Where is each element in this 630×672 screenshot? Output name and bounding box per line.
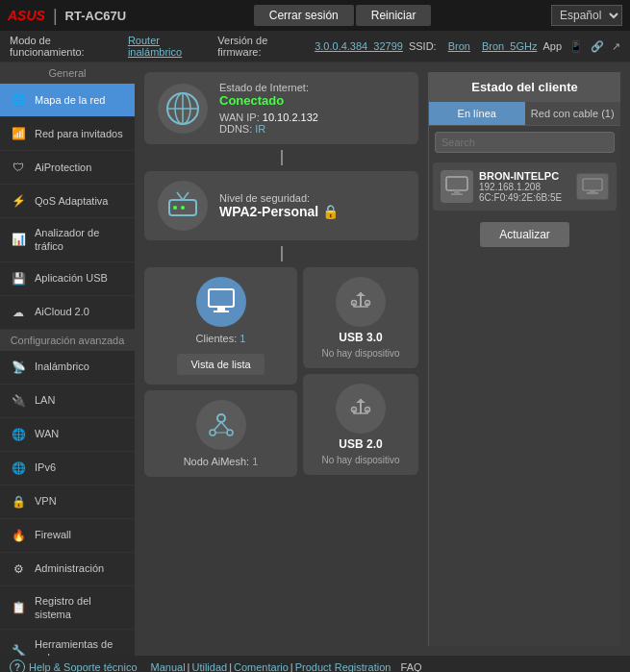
sidebar-item-traffic-analyzer[interactable]: 📊 Analizador de tráfico xyxy=(0,218,135,262)
sidebar-label-syslog: Registro del sistema xyxy=(35,594,125,622)
ddns-label: DDNS: xyxy=(219,123,252,135)
sidebar-label-traffic-analyzer: Analizador de tráfico xyxy=(35,226,125,254)
language-select[interactable]: Español xyxy=(551,5,622,26)
sidebar-item-aicloud[interactable]: ☁ AiCloud 2.0 xyxy=(0,296,135,330)
aimesh-count[interactable]: 1 xyxy=(252,456,258,467)
wan-ip-value: 10.10.2.132 xyxy=(263,112,318,123)
svg-rect-25 xyxy=(583,179,602,190)
sidebar: General 🌐 Mapa de la red 📶 Red para invi… xyxy=(0,62,135,656)
sidebar-item-network-map[interactable]: 🌐 Mapa de la red xyxy=(0,84,135,117)
security-label: Nivel de seguridad: xyxy=(219,192,339,204)
tab-online[interactable]: En línea xyxy=(429,102,525,125)
update-button[interactable]: Actualizar xyxy=(480,222,569,247)
client-panel-title: Estado del cliente xyxy=(429,72,620,102)
clients-icon-circle xyxy=(196,277,246,327)
sidebar-item-usb-app[interactable]: 💾 Aplicación USB xyxy=(0,262,135,296)
svg-point-12 xyxy=(217,414,225,422)
globe-svg xyxy=(164,89,202,128)
sidebar-item-admin[interactable]: ⚙ Administración xyxy=(0,553,135,586)
svg-point-6 xyxy=(181,206,185,210)
sidebar-item-wireless[interactable]: 📡 Inalámbrico xyxy=(0,351,135,385)
client-panel: Estado del cliente En línea Red con cabl… xyxy=(428,72,620,646)
sidebar-label-wan: WAN xyxy=(35,427,59,440)
search-input[interactable] xyxy=(435,132,615,153)
sidebar-item-qos[interactable]: ⚡ QoS Adaptativa xyxy=(0,185,135,218)
ssid-2g[interactable]: Bron xyxy=(448,40,470,52)
usb-column: USB 3.0 No hay dispositivo xyxy=(303,267,418,477)
wan-ip-label: WAN IP: xyxy=(219,112,260,123)
diagram-area: Estado de Internet: Conectado WAN IP: 10… xyxy=(144,72,418,646)
ddns-value[interactable]: IR xyxy=(255,123,265,135)
logo: ASUS | RT-AC67U xyxy=(8,6,126,26)
ssid-label: SSID: xyxy=(409,40,437,52)
sidebar-item-vpn[interactable]: 🔒 VPN xyxy=(0,485,135,519)
sidebar-item-tools[interactable]: 🔧 Herramientas de red xyxy=(0,630,135,656)
sidebar-item-ipv6[interactable]: 🌐 IPv6 xyxy=(0,452,135,485)
sidebar-item-guest-network[interactable]: 📶 Red para invitados xyxy=(0,117,135,151)
wan-icon: 🌐 xyxy=(10,426,27,443)
usb2-label: USB 2.0 xyxy=(339,437,382,451)
guest-network-icon: 📶 xyxy=(10,125,27,142)
svg-rect-23 xyxy=(454,190,460,193)
sidebar-item-aiprotection[interactable]: 🛡 AiProtection xyxy=(0,151,135,185)
svg-line-7 xyxy=(177,192,183,200)
security-icon-circle xyxy=(158,181,208,231)
usb3-label: USB 3.0 xyxy=(339,331,382,344)
line-1 xyxy=(281,150,283,165)
network-map-panel: Estado de Internet: Conectado WAN IP: 10… xyxy=(135,62,630,656)
sep4 xyxy=(392,661,398,672)
qos-icon: ⚡ xyxy=(10,192,27,210)
utility-link[interactable]: Utilidad xyxy=(191,661,227,672)
top-bar: ASUS | RT-AC67U Cerrar sesión Reiniciar … xyxy=(0,0,630,31)
client-device-image xyxy=(576,173,609,200)
advanced-section-title: Configuración avanzada xyxy=(0,330,135,351)
sidebar-label-usb-app: Aplicación USB xyxy=(35,271,108,285)
sidebar-item-syslog[interactable]: 📋 Registro del sistema xyxy=(0,586,135,631)
sidebar-item-firewall[interactable]: 🔥 Firewall xyxy=(0,519,135,553)
sidebar-label-guest-network: Red para invitados xyxy=(35,127,123,140)
router-svg xyxy=(164,187,202,225)
firmware-value[interactable]: 3.0.0.4.384_32799 xyxy=(315,40,403,52)
settings-icon[interactable]: ↗ xyxy=(612,40,620,53)
app-icon2[interactable]: 🔗 xyxy=(591,40,604,53)
aimesh-box: Nodo AiMesh: 1 xyxy=(144,390,297,477)
svg-line-16 xyxy=(221,422,228,430)
client-device-icon xyxy=(441,170,473,203)
aimesh-svg xyxy=(205,409,238,441)
manual-link[interactable]: Manual xyxy=(151,661,186,672)
internet-status-label: Estado de Internet: xyxy=(219,82,318,93)
sidebar-label-qos: QoS Adaptativa xyxy=(35,194,108,208)
logout-button[interactable]: Cerrar sesión xyxy=(254,5,354,26)
mode-value[interactable]: Router inalámbrico xyxy=(128,35,212,58)
sidebar-item-lan[interactable]: 🔌 LAN xyxy=(0,385,135,418)
aimesh-icon-circle xyxy=(196,400,246,450)
tab-wired[interactable]: Red con cable (1) xyxy=(525,102,621,125)
app-icon1[interactable]: 📱 xyxy=(569,40,583,53)
sidebar-item-wan[interactable]: 🌐 WAN xyxy=(0,418,135,452)
client-name: BRON-INTELPC xyxy=(479,170,562,182)
app-label: App xyxy=(542,40,562,52)
logo-divider: | xyxy=(53,6,58,26)
security-node: Nivel de seguridad: WPA2-Personal 🔒 xyxy=(144,171,418,240)
lan-icon: 🔌 xyxy=(10,392,27,410)
syslog-icon: 📋 xyxy=(10,599,27,616)
usb2-status: No hay dispositivo xyxy=(321,455,399,465)
faq-label: FAQ xyxy=(401,661,422,672)
sep2: | xyxy=(229,661,232,672)
list-view-button[interactable]: Vista de lista xyxy=(177,354,264,375)
restart-button[interactable]: Reiniciar xyxy=(356,5,432,26)
sep1: | xyxy=(188,661,190,672)
device-thumb-svg xyxy=(582,178,603,195)
help-link[interactable]: Help & Soporte técnico xyxy=(29,661,138,672)
comment-link[interactable]: Comentario xyxy=(234,661,289,672)
svg-rect-24 xyxy=(451,193,463,195)
usb2-svg xyxy=(346,394,375,423)
product-reg-link[interactable]: Product Registration xyxy=(295,661,391,672)
wan-ip-row: WAN IP: 10.10.2.132 xyxy=(219,112,318,123)
clients-label-row: Clientes: 1 xyxy=(196,333,246,344)
internet-node: Estado de Internet: Conectado WAN IP: 10… xyxy=(144,72,418,144)
clients-count[interactable]: 1 xyxy=(239,333,245,344)
ssid-5g[interactable]: Bron_5GHz xyxy=(482,40,537,52)
lock-icon: 🔒 xyxy=(322,204,339,219)
svg-point-14 xyxy=(227,430,233,436)
